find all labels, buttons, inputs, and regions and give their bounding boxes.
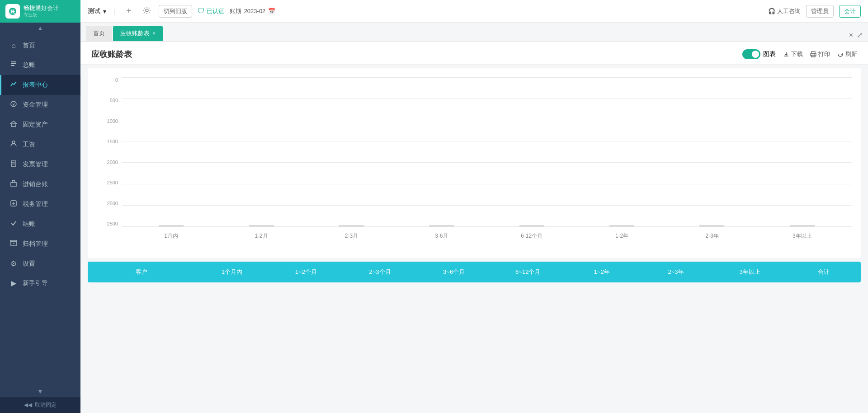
x-label-2: 1-2月 — [216, 232, 306, 240]
sidebar-item-label: 设置 — [23, 260, 35, 268]
sidebar-scroll-down[interactable]: ▼ — [0, 386, 80, 397]
period-label: 账期 — [230, 7, 241, 15]
refresh-label: 刷新 — [845, 50, 857, 58]
sidebar-item-reports[interactable]: 报表中心 — [0, 75, 80, 95]
sidebar-item-tax[interactable]: 税务管理 — [0, 194, 80, 214]
tab-close-icon[interactable]: × — [152, 30, 156, 37]
user-button[interactable]: 管理员 — [806, 5, 834, 18]
tab-home-label: 首页 — [93, 29, 105, 38]
svg-rect-4 — [11, 65, 14, 66]
sidebar-item-label: 结账 — [23, 220, 35, 228]
sidebar-item-close[interactable]: 结账 — [0, 214, 80, 234]
unfix-icon: ◀◀ — [24, 402, 32, 408]
close-period-icon — [9, 220, 18, 229]
sidebar-logo: 账 畅捷通好会计 专业版 — [0, 0, 80, 23]
add-project-button[interactable]: + — [123, 5, 135, 18]
sidebar-item-label: 税务管理 — [23, 200, 48, 208]
shield-icon: 🛡 — [198, 7, 205, 15]
sidebar-item-label: 进销台账 — [23, 180, 48, 188]
y-label-4: 1500 — [97, 139, 118, 144]
assets-icon — [9, 120, 18, 129]
svg-text:账: 账 — [10, 9, 15, 14]
table-header-1-2m: 1~2个月 — [269, 262, 343, 282]
y-label-5: 1000 — [97, 118, 118, 124]
project-name: 测试 — [88, 7, 100, 15]
app-logo-icon: 账 — [5, 4, 20, 19]
download-button[interactable]: 下载 — [783, 50, 803, 58]
svg-text:¥: ¥ — [12, 102, 15, 107]
svg-rect-12 — [11, 183, 16, 186]
sidebar-nav: ⌂ 首页 总账 报表中心 ¥ 资金管理 固定资产 — [0, 33, 80, 386]
sidebar-item-invoice[interactable]: 发票管理 — [0, 155, 80, 174]
tab-ar-aging[interactable]: 应收账龄表 × — [113, 26, 163, 41]
expand-window-button[interactable]: ⤢ — [857, 31, 863, 39]
sidebar-item-stock[interactable]: 进销台账 — [0, 174, 80, 194]
sidebar: 账 畅捷通好会计 专业版 ▲ ⌂ 首页 总账 报表中心 ¥ — [0, 0, 80, 413]
home-icon: ⌂ — [9, 42, 18, 50]
settings-icon: ⚙ — [9, 259, 18, 268]
sidebar-item-archive[interactable]: 归档管理 — [0, 234, 80, 254]
table-header-customer: 客户 — [88, 262, 195, 282]
sidebar-item-label: 发票管理 — [23, 160, 48, 169]
svg-rect-2 — [11, 61, 16, 62]
sidebar-scroll-up[interactable]: ▲ — [0, 23, 80, 33]
x-label-5: 6-12个月 — [487, 232, 577, 240]
guide-icon: ▶ — [9, 279, 18, 287]
chart-container: 2500 2500 2500 2000 1500 1000 500 0 — [88, 68, 861, 258]
table-header-6-12m: 6~12个月 — [491, 262, 565, 282]
unfix-sidebar-button[interactable]: ◀◀ 取消固定 — [0, 397, 80, 413]
chevron-down-icon: ▾ — [103, 8, 106, 15]
app-edition: 专业版 — [24, 12, 59, 18]
sidebar-item-guide[interactable]: ▶ 新手引导 — [0, 273, 80, 293]
auth-label: 已认证 — [207, 7, 224, 15]
sidebar-item-label: 报表中心 — [23, 81, 48, 89]
table-container: 客户 1个月内 1~2个月 2~3个月 3~6个月 6~12个月 1~2年 2~… — [88, 262, 861, 282]
app-name-block: 畅捷通好会计 专业版 — [24, 5, 59, 19]
chart-toggle[interactable] — [742, 49, 760, 59]
sidebar-item-label: 资金管理 — [23, 101, 48, 109]
calendar-icon[interactable]: 📅 — [268, 8, 275, 14]
main-area: 测试 ▾ | + 切到旧版 🛡 已认证 账期 2023-02 📅 🎧 人工咨询 … — [80, 0, 868, 413]
role-button[interactable]: 会计 — [839, 5, 861, 18]
sidebar-item-label: 归档管理 — [23, 240, 48, 248]
sidebar-item-label: 固定资产 — [23, 121, 48, 129]
chart-y-axis: 2500 2500 2500 2000 1500 1000 500 0 — [97, 77, 122, 226]
reports-icon — [9, 80, 18, 89]
sidebar-item-label: 总账 — [23, 61, 35, 69]
y-label-2: 2500 — [97, 180, 118, 185]
switch-version-button[interactable]: 切到旧版 — [159, 5, 192, 18]
project-selector[interactable]: 测试 ▾ — [88, 7, 106, 15]
y-label-6: 500 — [97, 98, 118, 103]
sidebar-item-label: 新手引导 — [23, 279, 48, 287]
sidebar-item-home[interactable]: ⌂ 首页 — [0, 36, 80, 55]
refresh-button[interactable]: 刷新 — [837, 50, 857, 58]
tab-ar-label: 应收账龄表 — [120, 29, 150, 38]
y-label-3: 2000 — [97, 160, 118, 165]
tax-icon — [9, 200, 18, 209]
print-button[interactable]: 打印 — [810, 50, 830, 58]
x-label-7: 2-3年 — [667, 232, 757, 240]
tabs-bar: 首页 应收账龄表 × × ⤢ — [80, 23, 868, 42]
period-value: 2023-02 — [244, 8, 266, 14]
y-label-7: 0 — [97, 77, 118, 83]
x-label-8: 3年以上 — [757, 232, 847, 240]
x-label-4: 3-6月 — [396, 232, 486, 240]
close-window-button[interactable]: × — [849, 31, 853, 39]
sidebar-item-settings[interactable]: ⚙ 设置 — [0, 254, 80, 273]
sidebar-item-funds[interactable]: ¥ 资金管理 — [0, 95, 80, 115]
archive-icon — [9, 239, 18, 249]
table-header-1-2y: 1~2年 — [565, 262, 639, 282]
svg-rect-3 — [11, 63, 16, 64]
topbar-settings-button[interactable] — [141, 5, 153, 18]
sidebar-item-ledger[interactable]: 总账 — [0, 55, 80, 75]
window-controls: × ⤢ — [849, 31, 863, 41]
accounting-period: 账期 2023-02 📅 — [230, 7, 276, 15]
x-label-3: 2-3月 — [307, 232, 396, 240]
topbar-divider: | — [113, 8, 115, 15]
consult-button[interactable]: 🎧 人工咨询 — [768, 7, 801, 15]
chart-area: 2500 2500 2500 2000 1500 1000 500 0 — [97, 77, 852, 240]
sidebar-item-label: 首页 — [23, 42, 35, 50]
sidebar-item-assets[interactable]: 固定资产 — [0, 115, 80, 135]
tab-home[interactable]: 首页 — [86, 26, 112, 41]
sidebar-item-payroll[interactable]: 工资 — [0, 135, 80, 155]
